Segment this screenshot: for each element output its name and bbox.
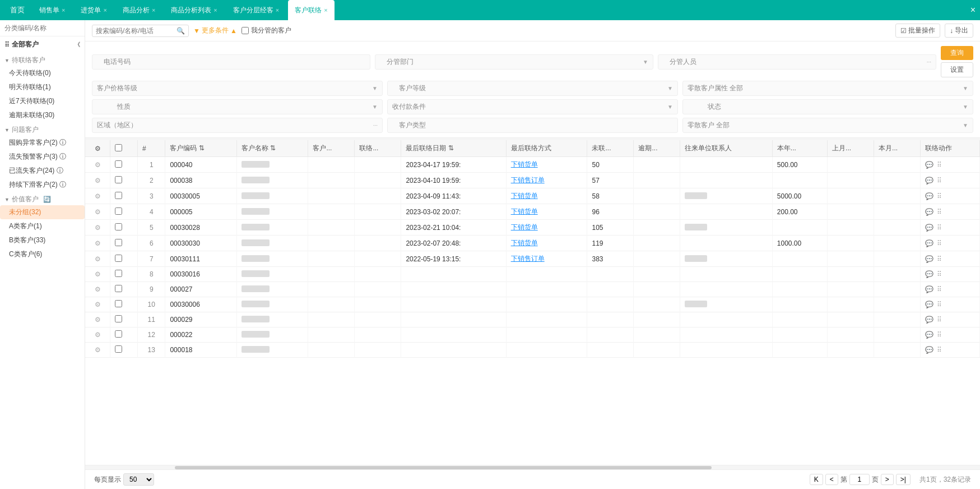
row-check[interactable] <box>110 297 138 312</box>
phone-field[interactable]: 电话号码 <box>92 54 370 70</box>
more-icon[interactable]: ⠿ <box>937 301 942 308</box>
select-all-checkbox[interactable] <box>115 144 122 151</box>
more-icon[interactable]: ⠿ <box>937 224 942 232</box>
row-check[interactable] <box>110 188 138 204</box>
row-actions[interactable]: 💬 ⠿ <box>921 327 980 343</box>
filter-search-container[interactable]: 🔍 <box>92 25 189 37</box>
row-gear[interactable]: ⚙ <box>85 343 110 358</box>
nature-field[interactable]: 性质 ▼ <box>92 99 383 114</box>
col-settings[interactable]: ⚙ <box>85 140 110 157</box>
row-last-way[interactable]: 下销货单 <box>506 157 587 173</box>
customer-level-input[interactable] <box>430 85 667 93</box>
query-button[interactable]: 查询 <box>941 46 973 60</box>
sidebar-item-7days[interactable]: 近7天待联络(0) <box>0 94 85 108</box>
payment-field[interactable]: 收付款条件 ▼ <box>387 99 678 114</box>
row-check[interactable] <box>110 282 138 297</box>
more-icon[interactable]: ⠿ <box>937 192 942 200</box>
sidebar-item-tomorrow[interactable]: 明天待联络(1) <box>0 80 85 94</box>
row-actions[interactable]: 💬 ⠿ <box>921 312 980 327</box>
row-last-way[interactable]: 下销货单 <box>506 188 587 204</box>
dept-input[interactable] <box>418 58 643 66</box>
nav-tab-analysis[interactable]: 商品分析 × <box>116 0 162 20</box>
row-check[interactable] <box>110 312 138 327</box>
row-check[interactable] <box>110 236 138 251</box>
payment-input[interactable] <box>430 103 667 111</box>
row-check[interactable] <box>110 204 138 220</box>
sidebar-item-class-b[interactable]: B类客户(33) <box>0 233 85 247</box>
group-label-pending[interactable]: ▼ 待联络客户 <box>0 53 85 66</box>
sidebar-item-overdue[interactable]: 逾期未联络(30) <box>0 108 85 122</box>
row-actions[interactable]: 💬 ⠿ <box>921 157 980 173</box>
call-icon[interactable]: 💬 <box>925 331 933 339</box>
row-actions[interactable]: 💬 ⠿ <box>921 173 980 188</box>
sidebar-item-ungrouped[interactable]: 未分组(32) <box>0 205 85 219</box>
status-input[interactable] <box>726 103 963 111</box>
group-label-value[interactable]: ▼ 价值客户 🔄 <box>0 192 85 205</box>
sidebar-item-churned[interactable]: 已流失客户(24) ⓘ <box>0 164 85 178</box>
col-code[interactable]: 客户编码 ⇅ <box>165 140 236 157</box>
prev-page-btn[interactable]: < <box>825 474 838 485</box>
sidebar-item-declining[interactable]: 持续下滑客户(2) ⓘ <box>0 178 85 192</box>
last-page-btn[interactable]: >| <box>896 474 911 485</box>
my-customers-checkbox[interactable] <box>241 27 249 34</box>
call-icon[interactable]: 💬 <box>925 270 933 278</box>
more-icon[interactable]: ⠿ <box>937 239 942 247</box>
call-icon[interactable]: 💬 <box>925 224 933 232</box>
call-icon[interactable]: 💬 <box>925 161 933 169</box>
col-checkbox[interactable] <box>110 140 138 157</box>
sidebar-item-abnormal[interactable]: 囤购异常客户(2) ⓘ <box>0 136 85 150</box>
close-all-tabs[interactable]: × <box>970 5 976 15</box>
my-customers-filter[interactable]: 我分管的客户 <box>241 26 291 35</box>
call-icon[interactable]: 💬 <box>925 301 933 308</box>
retail-cust-field[interactable]: 零散客户 全部 ▼ <box>682 118 973 133</box>
sidebar-item-class-a[interactable]: A类客户(1) <box>0 219 85 233</box>
row-last-way[interactable] <box>506 343 587 358</box>
more-icon[interactable]: ⠿ <box>937 316 942 324</box>
first-page-btn[interactable]: K <box>810 474 823 485</box>
page-size-select[interactable]: 50 10 20 100 <box>123 473 154 486</box>
row-gear[interactable]: ⚙ <box>85 312 110 327</box>
status-field[interactable]: 状态 ▼ <box>682 99 973 114</box>
price-level-field[interactable]: 客户价格等级 ▼ <box>92 81 383 96</box>
call-icon[interactable]: 💬 <box>925 192 933 200</box>
close-sales-tab[interactable]: × <box>62 7 65 13</box>
close-customer-contact-tab[interactable]: × <box>324 7 327 13</box>
dept-field[interactable]: 分管部门 ▼ <box>375 54 653 70</box>
next-page-btn[interactable]: > <box>881 474 894 485</box>
row-gear[interactable]: ⚙ <box>85 157 110 173</box>
manager-field[interactable]: 分管人员 ··· <box>658 54 936 70</box>
cust-type-field[interactable]: 客户类型 <box>387 118 678 133</box>
sidebar-item-class-c[interactable]: C类客户(6) <box>0 247 85 261</box>
row-check[interactable] <box>110 343 138 358</box>
region-input[interactable] <box>142 122 373 130</box>
nav-tab-customer-tier[interactable]: 客户分层经客 × <box>226 0 286 20</box>
row-check[interactable] <box>110 220 138 236</box>
row-actions[interactable]: 💬 ⠿ <box>921 204 980 220</box>
export-button[interactable]: ↓ 导出 <box>945 24 973 38</box>
filter-search-input[interactable] <box>96 27 174 35</box>
more-icon[interactable]: ⠿ <box>937 285 942 293</box>
row-actions[interactable]: 💬 ⠿ <box>921 282 980 297</box>
row-check[interactable] <box>110 267 138 282</box>
sidebar-item-today[interactable]: 今天待联络(0) <box>0 66 85 80</box>
call-icon[interactable]: 💬 <box>925 255 933 263</box>
page-number-input[interactable] <box>849 474 870 485</box>
close-analysis-tab[interactable]: × <box>152 7 155 13</box>
sidebar-item-churn-warning[interactable]: 流失预警客户(3) ⓘ <box>0 150 85 164</box>
nature-input[interactable] <box>135 103 372 111</box>
row-gear[interactable]: ⚙ <box>85 220 110 236</box>
row-last-way[interactable]: 下销售订单 <box>506 251 587 267</box>
call-icon[interactable]: 💬 <box>925 316 933 324</box>
row-last-way[interactable]: 下销货单 <box>506 220 587 236</box>
row-actions[interactable]: 💬 ⠿ <box>921 343 980 358</box>
row-last-way[interactable] <box>506 312 587 327</box>
reset-button[interactable]: 设置 <box>941 62 973 77</box>
row-gear[interactable]: ⚙ <box>85 173 110 188</box>
row-actions[interactable]: 💬 ⠿ <box>921 220 980 236</box>
row-check[interactable] <box>110 173 138 188</box>
row-last-way[interactable] <box>506 327 587 343</box>
more-conditions-btn[interactable]: ▼ 更多条件 ▲ <box>193 26 237 35</box>
row-check[interactable] <box>110 327 138 343</box>
more-icon[interactable]: ⠿ <box>937 331 942 339</box>
row-last-way[interactable]: 下销货单 <box>506 204 587 220</box>
